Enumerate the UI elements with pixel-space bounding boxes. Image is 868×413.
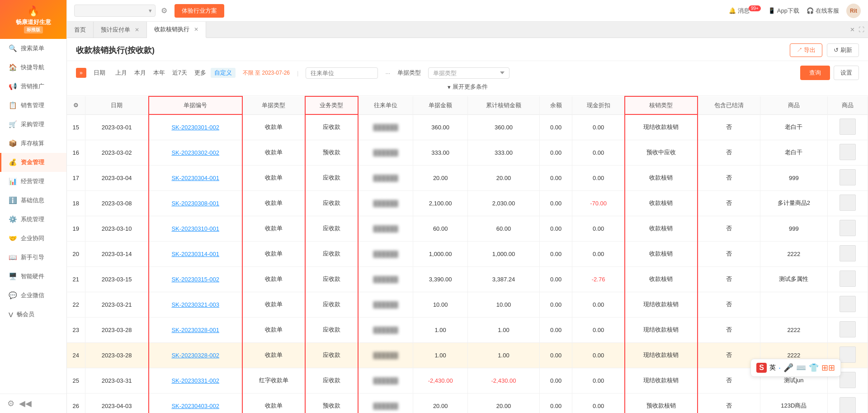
date-opt-7days[interactable]: 近7天 — [170, 68, 190, 78]
refresh-button[interactable]: ↺ 刷新 — [827, 43, 859, 57]
sidebar-item-quicknav[interactable]: 🏠快捷导航 — [0, 58, 66, 77]
sidebar-item-purchase[interactable]: 🛒采购管理 — [0, 115, 66, 134]
export-button[interactable]: ↗ 导出 — [790, 43, 823, 57]
table-row[interactable]: 24 2023-03-28 SK-20230328-002 收款单 应收款 ██… — [67, 342, 868, 368]
query-button[interactable]: 查询 — [800, 66, 830, 80]
tab-home[interactable]: 首页 — [67, 22, 94, 38]
table-row[interactable]: 16 2023-03-02 SK-20230302-002 收款单 预收款 ██… — [67, 140, 868, 165]
filter-row: » 日期 上月 本月 本年 近7天 更多 自定义 不限 至 2023-07-26… — [76, 66, 859, 80]
cell-order-no[interactable]: SK-20230301-002 — [149, 114, 242, 140]
table-row[interactable]: 18 2023-03-08 SK-20230308-001 收款单 应收款 ██… — [67, 190, 868, 216]
tab-payable[interactable]: 预计应付单 ✕ — [94, 22, 147, 38]
online-service-item[interactable]: 🎧 在线客服 — [807, 7, 839, 15]
search-input[interactable] — [74, 5, 156, 17]
cell-unit: ██████ — [358, 216, 413, 241]
expand-filter-button[interactable]: ▾ 展开更多条件 — [448, 83, 488, 91]
sidebar-item-guide[interactable]: 📖新手引导 — [0, 248, 66, 267]
cell-date: 2023-03-02 — [85, 140, 149, 165]
sidebar-item-search[interactable]: 🔍搜索菜单 — [0, 39, 66, 58]
cell-amount: 20.00 — [413, 393, 468, 413]
sidebar-item-ops[interactable]: 📊经营管理 — [0, 172, 66, 191]
tab-receipt-close-icon[interactable]: ✕ — [194, 26, 198, 33]
cell-settled: 否 — [698, 241, 760, 266]
cell-goods: 999 — [760, 216, 828, 241]
cell-order-no[interactable]: SK-20230321-003 — [149, 292, 242, 317]
sidebar-item-wechat[interactable]: 💬企业微信 — [0, 286, 66, 305]
cell-discount: 0.00 — [572, 114, 625, 140]
cell-order-no[interactable]: SK-20230315-002 — [149, 266, 242, 292]
table-row[interactable]: 23 2023-03-28 SK-20230328-001 收款单 应收款 ██… — [67, 317, 868, 342]
cell-discount: 0.00 — [572, 368, 625, 393]
goods-thumbnail — [840, 169, 856, 185]
date-opt-this-year[interactable]: 本年 — [151, 68, 168, 78]
close-window-icon[interactable]: ✕ — [850, 26, 855, 33]
date-opt-custom[interactable]: 自定义 — [211, 68, 236, 78]
date-opt-more[interactable]: 更多 — [192, 68, 209, 78]
table-row[interactable]: 26 2023-04-03 SK-20230403-002 收款单 预收款 ██… — [67, 393, 868, 413]
notification-item[interactable]: 🔔 消息 99+ — [729, 7, 761, 15]
cell-order-no[interactable]: SK-20230302-002 — [149, 140, 242, 165]
table-row[interactable]: 22 2023-03-21 SK-20230321-003 收款单 应收款 ██… — [67, 292, 868, 317]
table-row[interactable]: 17 2023-03-04 SK-20230304-001 收款单 应收款 ██… — [67, 165, 868, 190]
cell-order-no[interactable]: SK-20230310-001 — [149, 216, 242, 241]
unit-filter-input[interactable] — [306, 67, 378, 79]
table-row[interactable]: 25 2023-03-31 SK-20230331-002 红字收款单 应收款 … — [67, 368, 868, 393]
expand-window-icon[interactable]: ⛶ — [859, 26, 864, 33]
sidebar-item-hardware[interactable]: 🖥️智能硬件 — [0, 267, 66, 286]
type-filter-select[interactable]: 单据类型 — [428, 67, 509, 79]
cell-write-type: 现结收款核销 — [625, 292, 698, 317]
grid-icon[interactable]: ⊞⊞ — [821, 363, 835, 373]
industry-solution-button[interactable]: 体验行业方案 — [175, 4, 224, 18]
menu-label-quicknav: 快捷导航 — [21, 63, 44, 71]
shirt-icon[interactable]: 👕 — [809, 363, 819, 373]
settings-icon[interactable]: ⚙ — [73, 102, 79, 109]
app-download-item[interactable]: 📱 App下载 — [768, 7, 799, 15]
cell-order-no[interactable]: SK-20230331-002 — [149, 368, 242, 393]
cell-amount: -2,430.00 — [413, 368, 468, 393]
date-opt-this-month[interactable]: 本月 — [132, 68, 149, 78]
tab-payable-close-icon[interactable]: ✕ — [135, 27, 139, 33]
cell-discount: 0.00 — [572, 216, 625, 241]
setting-button[interactable]: 设置 — [834, 66, 859, 80]
sidebar-item-sales[interactable]: 📋销售管理 — [0, 96, 66, 115]
table-row[interactable]: 21 2023-03-15 SK-20230315-002 收款单 应收款 ██… — [67, 266, 868, 292]
sidebar-item-member[interactable]: V畅会员 — [0, 305, 66, 324]
cell-goods-img — [828, 317, 868, 342]
table-container[interactable]: ⚙ 日期 单据编号 单据类型 业务类型 往来单位 单据金额 累计核销金额 余额 … — [67, 96, 868, 413]
sidebar-item-inventory[interactable]: 📦库存核算 — [0, 134, 66, 153]
sidebar-item-marketing[interactable]: 📢营销推广 — [0, 77, 66, 96]
cell-order-no[interactable]: SK-20230314-001 — [149, 241, 242, 266]
collapse-icon[interactable]: ◀◀ — [19, 399, 32, 408]
cell-writeoff: 10.00 — [467, 292, 539, 317]
table-row[interactable]: 15 2023-03-01 SK-20230301-002 收款单 应收款 ██… — [67, 114, 868, 140]
sidebar-item-base[interactable]: ℹ️基础信息 — [0, 191, 66, 210]
keyboard-icon[interactable]: ⌨️ — [796, 363, 806, 373]
cell-order-no[interactable]: SK-20230304-001 — [149, 165, 242, 190]
cell-discount: 0.00 — [572, 393, 625, 413]
sidebar-item-finance[interactable]: 💰资金管理 — [0, 153, 66, 172]
cell-date: 2023-03-01 — [85, 114, 149, 140]
cell-date: 2023-04-03 — [85, 393, 149, 413]
sidebar-item-corp[interactable]: 🤝企业协同 — [0, 229, 66, 248]
filter-toggle-button[interactable]: » — [76, 68, 86, 78]
table-row[interactable]: 20 2023-03-14 SK-20230314-001 收款单 应收款 ██… — [67, 241, 868, 266]
tab-receipt[interactable]: 收款核销执行 ✕ — [147, 22, 206, 38]
cell-no: 24 — [67, 342, 85, 368]
cell-write-type: 现结收款核销 — [625, 342, 698, 368]
col-settings[interactable]: ⚙ — [67, 96, 85, 114]
filter-ellipsis[interactable]: ··· — [385, 70, 390, 76]
user-avatar[interactable]: Rit — [846, 4, 861, 18]
table-row[interactable]: 19 2023-03-10 SK-20230310-001 收款单 应收款 ██… — [67, 216, 868, 241]
sidebar-item-system[interactable]: ⚙️系统管理 — [0, 210, 66, 229]
gear-icon[interactable]: ⚙ — [161, 6, 167, 15]
cell-write-type: 收款核销 — [625, 216, 698, 241]
cell-writeoff: 1.00 — [467, 317, 539, 342]
cell-order-no[interactable]: SK-20230403-002 — [149, 393, 242, 413]
date-opt-last-month[interactable]: 上月 — [113, 68, 130, 78]
cell-order-no[interactable]: SK-20230328-001 — [149, 317, 242, 342]
cell-order-no[interactable]: SK-20230328-002 — [149, 342, 242, 368]
settings-bottom-icon[interactable]: ⚙ — [7, 399, 14, 408]
microphone-icon[interactable]: 🎤 — [783, 363, 793, 373]
cell-writeoff: 1,000.00 — [467, 241, 539, 266]
cell-order-no[interactable]: SK-20230308-001 — [149, 190, 242, 216]
